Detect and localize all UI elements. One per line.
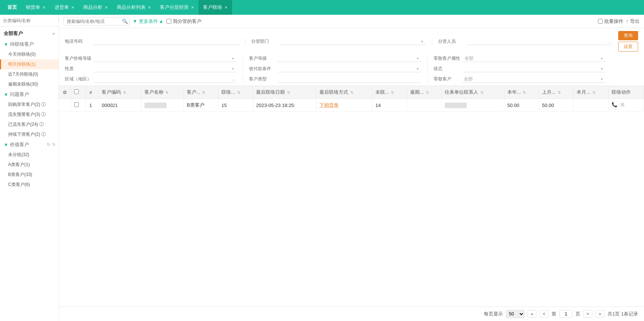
- col-contacts[interactable]: 联络... ⇅: [218, 86, 253, 99]
- col-this-year[interactable]: 本年... ⇅: [504, 86, 539, 99]
- close-icon[interactable]: ✕: [71, 5, 74, 10]
- action-call-icon[interactable]: 📞: [612, 102, 617, 107]
- cell-checkbox: [71, 99, 86, 112]
- sidebar-item-overdue-contact[interactable]: 逾期未联络(30): [0, 79, 59, 89]
- query-button[interactable]: 查询: [618, 31, 638, 40]
- data-table-container: ⚙ # 客户编码 ⇅ 客户名称 ⇅ 客户... ⇅ 联络... ⇅ 最后联络日期…: [59, 86, 644, 307]
- sidebar-item-class-c[interactable]: C类客户(6): [0, 180, 59, 190]
- nav-product-analysis-list[interactable]: 商品分析列表 ✕: [112, 0, 155, 15]
- col-overdue[interactable]: 逾期... ⇅: [407, 86, 442, 99]
- col-not-contacted[interactable]: 未联... ⇅: [372, 86, 407, 99]
- filter-row-4: 区域（地区） ... 客户类型 零散客户 全部 ▾: [65, 75, 638, 83]
- status-select[interactable]: [462, 65, 606, 72]
- nav-product-analysis[interactable]: 商品分析 ✕: [79, 0, 112, 15]
- batch-op-check[interactable]: [598, 19, 603, 24]
- customer-level-select[interactable]: [278, 55, 421, 62]
- col-customer-name[interactable]: 客户名称 ⇅: [141, 86, 183, 99]
- filter-cell-retail-customer: 零散客户 全部 ▾: [434, 76, 606, 83]
- my-customers-checkbox[interactable]: 我分管的客户: [167, 18, 202, 25]
- sidebar-item-class-b[interactable]: B类客户(33): [0, 170, 59, 180]
- cell-gear: [59, 99, 71, 112]
- divider: [432, 38, 432, 45]
- search-box: 🔍: [63, 17, 130, 25]
- more-icon[interactable]: ...: [232, 76, 235, 82]
- edit-icon[interactable]: ✎: [52, 142, 56, 147]
- col-last-contact-method[interactable]: 最后联络方式 ⇅: [316, 86, 372, 99]
- dept-select[interactable]: [280, 38, 426, 45]
- sidebar-item-7days-contact[interactable]: 近7天待联络(0): [0, 69, 59, 79]
- region-input[interactable]: [94, 76, 237, 83]
- cell-contacts: 15: [218, 99, 253, 112]
- sidebar-section-problem[interactable]: ▼ 问题客户: [0, 89, 59, 100]
- retail-customer-select[interactable]: 全部: [462, 76, 606, 83]
- filter-row-2: 客户价格等级 ▾ 客户等级 ▾ 零散客户属性 全部 ▾: [65, 55, 638, 62]
- col-last-month[interactable]: 上月... ⇅: [539, 86, 574, 99]
- settings-button[interactable]: 设置: [618, 42, 638, 52]
- cell-rownum: 1: [86, 99, 99, 112]
- close-icon[interactable]: ✕: [191, 5, 194, 10]
- batch-op-button[interactable]: 批量操作: [598, 18, 623, 25]
- nav-purchase-order[interactable]: 进货单 ✕: [50, 0, 79, 15]
- sidebar-search-bar: 🔍: [0, 15, 59, 27]
- my-customers-check[interactable]: [167, 19, 171, 24]
- next-page-button[interactable]: >: [583, 310, 592, 318]
- sidebar-all-customers[interactable]: 全部客户 «: [0, 28, 59, 39]
- export-button[interactable]: ↑ 导出: [626, 18, 640, 25]
- sidebar: 🔍 全部客户 « ▼ 待联络客户 今天待联络(0) 明天待联络(1) 近7天待联…: [0, 15, 59, 321]
- col-customer-type[interactable]: 客户... ⇅: [183, 86, 218, 99]
- sidebar-item-tomorrow-contact[interactable]: 明天待联络(1): [0, 59, 59, 69]
- close-icon[interactable]: ✕: [224, 5, 228, 10]
- close-icon[interactable]: ✕: [105, 5, 108, 10]
- search-icon: 🔍: [122, 18, 128, 24]
- retail-attr-select[interactable]: 全部: [463, 55, 606, 62]
- search-input[interactable]: [67, 19, 122, 24]
- sidebar-item-churned[interactable]: 已流失客户(24) ⓘ: [0, 120, 59, 130]
- payment-terms-select[interactable]: [278, 65, 421, 72]
- nav-customer-layering[interactable]: 客户分层经营 ✕: [155, 0, 199, 15]
- close-icon[interactable]: ✕: [42, 5, 46, 10]
- close-icon[interactable]: ✕: [148, 5, 151, 10]
- more-filter-button[interactable]: ▼ 更多条件 ▲: [133, 18, 164, 25]
- collapse-icon[interactable]: «: [52, 31, 55, 36]
- sidebar-search-input[interactable]: [3, 18, 58, 23]
- col-unit-contacts[interactable]: 往来单位联系人 ⇅: [442, 86, 504, 99]
- sidebar-item-class-a[interactable]: A类客户(1): [0, 160, 59, 170]
- action-grid-icon[interactable]: ⊞: [620, 102, 624, 107]
- nav-customer-contact[interactable]: 客户联络 ✕: [199, 0, 232, 15]
- cell-last-contact-method[interactable]: 下销货单: [316, 99, 372, 112]
- col-last-contact-date[interactable]: 最后联络日期 ⇅: [253, 86, 316, 99]
- col-this-month[interactable]: 本月... ⇅: [574, 86, 608, 99]
- sidebar-item-repurchase-abnormal[interactable]: 回购异常客户(2) ⓘ: [0, 100, 59, 110]
- select-all-checkbox[interactable]: [74, 89, 79, 94]
- customer-type-input[interactable]: [278, 76, 421, 83]
- more-icon[interactable]: ...: [607, 39, 611, 44]
- last-page-button[interactable]: »: [595, 310, 605, 318]
- filter-row-3: 性质 ▾ 收付款条件 ▾ 状态 ▾: [65, 65, 638, 72]
- filter-cell-phone: 电话号码: [65, 38, 239, 45]
- row-checkbox[interactable]: [74, 102, 79, 107]
- filter-cell-status: 状态 ▾: [434, 65, 606, 72]
- sidebar-section-pending[interactable]: ▼ 待联络客户: [0, 39, 59, 49]
- status-label: 状态: [434, 66, 459, 72]
- sidebar-section-value[interactable]: ▼ 价值客户 ↻ ✎: [0, 139, 59, 150]
- phone-input[interactable]: [94, 38, 239, 45]
- table-header-row: ⚙ # 客户编码 ⇅ 客户名称 ⇅ 客户... ⇅ 联络... ⇅ 最后联络日期…: [59, 86, 644, 99]
- per-page-select[interactable]: 50 100: [506, 310, 525, 318]
- nav-sales-order[interactable]: 销货单 ✕: [21, 0, 50, 15]
- prev-page-button[interactable]: <: [539, 310, 549, 318]
- price-level-label: 客户价格等级: [65, 55, 91, 62]
- filter-cell-retail-attr: 零散客户属性 全部 ▾: [434, 55, 606, 62]
- page-number-input[interactable]: [559, 310, 573, 318]
- price-level-select[interactable]: [94, 55, 237, 62]
- nav-home[interactable]: 首页: [3, 0, 21, 15]
- col-gear[interactable]: ⚙: [59, 86, 71, 99]
- first-page-button[interactable]: «: [528, 310, 537, 318]
- person-input[interactable]: [467, 38, 612, 45]
- refresh-icon[interactable]: ↻: [47, 142, 50, 147]
- sidebar-item-declining[interactable]: 持续下滑客户(2) ⓘ: [0, 130, 59, 139]
- col-customer-code[interactable]: 客户编码 ⇅: [99, 86, 141, 99]
- sidebar-item-today-contact[interactable]: 今天待联络(0): [0, 49, 59, 59]
- sidebar-item-ungrouped[interactable]: 未分组(32): [0, 150, 59, 160]
- sidebar-item-churn-warning[interactable]: 流失预警客户(3) ⓘ: [0, 110, 59, 120]
- nature-select[interactable]: [94, 65, 237, 72]
